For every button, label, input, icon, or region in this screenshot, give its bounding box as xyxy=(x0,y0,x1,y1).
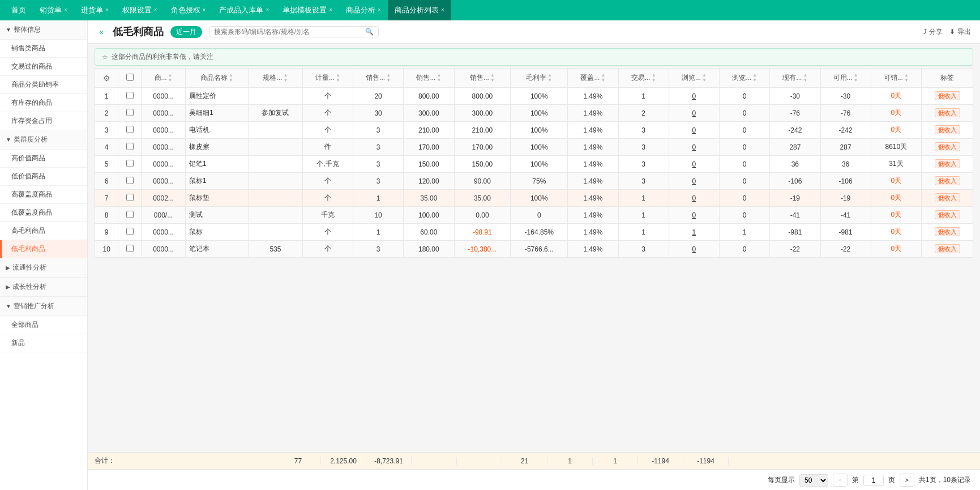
row-checkbox[interactable] xyxy=(118,139,142,156)
close-icon[interactable]: × xyxy=(64,0,67,20)
sort-icons[interactable]: ▲▼ xyxy=(386,73,391,83)
row-select-checkbox[interactable] xyxy=(126,126,134,133)
gear-icon[interactable]: ⚙ xyxy=(103,74,110,83)
row-checkbox[interactable] xyxy=(118,190,142,207)
nav-home[interactable]: 首页 xyxy=(5,0,33,20)
row-trade: 3 xyxy=(618,241,669,258)
sort-icons[interactable]: ▲▼ xyxy=(803,73,807,83)
nav-product-analysis-list[interactable]: 商品分析列表 × xyxy=(388,0,451,20)
export-button[interactable]: ⬇ 导出 xyxy=(949,27,971,37)
close-icon[interactable]: × xyxy=(105,0,109,20)
search-icon[interactable]: 🔍 xyxy=(365,28,374,36)
sidebar-group-cluster[interactable]: ▼ 类群度分析 xyxy=(0,130,87,150)
sidebar-item-traded-goods[interactable]: 交易过的商品 xyxy=(0,58,87,76)
row-checkbox[interactable] xyxy=(118,241,142,258)
sort-icons[interactable]: ▲▼ xyxy=(904,73,909,83)
sort-icons[interactable]: ▲▼ xyxy=(436,73,441,83)
select-all-checkbox[interactable] xyxy=(126,74,134,81)
row-cover-rate: 1.49% xyxy=(568,224,618,241)
sidebar-item-low-value[interactable]: 低价值商品 xyxy=(0,168,87,186)
row-select-checkbox[interactable] xyxy=(126,211,134,218)
sidebar-collapse-button[interactable]: « xyxy=(97,27,106,36)
row-browse1[interactable]: 0 xyxy=(669,190,719,207)
sort-icons[interactable]: ▲▼ xyxy=(752,73,757,83)
nav-template-settings[interactable]: 单据模板设置 × xyxy=(276,0,339,20)
nav-finished-goods[interactable]: 产成品入库单 × xyxy=(212,0,276,20)
sidebar-item-stocked-goods[interactable]: 有库存的商品 xyxy=(0,94,87,112)
sort-icons[interactable]: ▲▼ xyxy=(702,73,707,83)
share-button[interactable]: ⤴ 分享 xyxy=(923,27,943,37)
row-select-checkbox[interactable] xyxy=(126,245,134,252)
row-browse1[interactable]: 0 xyxy=(669,122,719,139)
close-icon[interactable]: × xyxy=(266,0,269,20)
sidebar-item-category-sales-rate[interactable]: 商品分类助销率 xyxy=(0,76,87,94)
sort-icons[interactable]: ▲▼ xyxy=(652,73,656,83)
sort-icons[interactable]: ▲▼ xyxy=(490,73,495,83)
per-page-select[interactable]: 50 100 200 xyxy=(799,474,828,487)
row-select-checkbox[interactable] xyxy=(126,109,134,116)
row-checkbox[interactable] xyxy=(118,156,142,173)
sidebar-item-sales-goods[interactable]: 销售类商品 xyxy=(0,40,87,58)
row-browse1[interactable]: 1 xyxy=(669,224,719,241)
row-browse1[interactable]: 0 xyxy=(669,173,719,190)
sort-icons[interactable]: ▲▼ xyxy=(854,73,858,83)
row-browse1[interactable]: 0 xyxy=(669,88,719,105)
row-sales-price: 800.00 xyxy=(404,88,454,105)
row-checkbox[interactable] xyxy=(118,207,142,224)
row-checkbox[interactable] xyxy=(118,122,142,139)
close-icon[interactable]: × xyxy=(441,0,444,20)
close-icon[interactable]: × xyxy=(203,0,206,20)
sidebar-group-growth[interactable]: ▶ 成长性分析 xyxy=(0,278,87,297)
sidebar-item-new-goods[interactable]: 新品 xyxy=(0,334,87,352)
sort-icons[interactable]: ▲▼ xyxy=(283,73,288,83)
sidebar-item-low-coverage[interactable]: 低覆盖度商品 xyxy=(0,204,87,222)
sort-icons[interactable]: ▲▼ xyxy=(547,73,552,83)
close-icon[interactable]: × xyxy=(378,0,381,20)
row-checkbox[interactable] xyxy=(118,224,142,241)
sort-icons[interactable]: ▲▼ xyxy=(168,73,173,83)
nav-product-analysis[interactable]: 商品分析 × xyxy=(339,0,388,20)
row-browse1[interactable]: 0 xyxy=(669,207,719,224)
row-sales-profit: -98.91 xyxy=(454,224,511,241)
sidebar-group-circulation[interactable]: ▶ 流通性分析 xyxy=(0,258,87,278)
row-checkbox[interactable] xyxy=(118,105,142,122)
sort-icons[interactable]: ▲▼ xyxy=(336,73,340,83)
row-checkbox[interactable] xyxy=(118,173,142,190)
page-number-input[interactable] xyxy=(863,475,884,486)
sidebar-item-high-coverage[interactable]: 高覆盖度商品 xyxy=(0,186,87,204)
period-button[interactable]: 近一月 xyxy=(170,26,202,38)
sidebar-item-high-margin[interactable]: 高毛利商品 xyxy=(0,222,87,240)
row-checkbox[interactable] xyxy=(118,88,142,105)
sidebar-group-overall[interactable]: ▼ 整体信息 xyxy=(0,20,87,40)
nav-role-auth[interactable]: 角色授权 × xyxy=(164,0,213,20)
sort-icons[interactable]: ▲▼ xyxy=(229,73,233,83)
nav-sales-order[interactable]: 销货单 × xyxy=(33,0,74,20)
row-browse1[interactable]: 0 xyxy=(669,105,719,122)
sidebar-group-marketing[interactable]: ▼ 营销推广分析 xyxy=(0,297,87,316)
row-browse1[interactable]: 0 xyxy=(669,241,719,258)
prev-page-button[interactable]: ＜ xyxy=(833,474,848,487)
row-select-checkbox[interactable] xyxy=(126,160,134,167)
sort-icons[interactable]: ▲▼ xyxy=(601,73,605,83)
row-trade: 3 xyxy=(618,173,669,190)
nav-permission-settings[interactable]: 权限设置 × xyxy=(115,0,164,20)
sidebar-item-high-value[interactable]: 高价值商品 xyxy=(0,150,87,168)
search-input[interactable] xyxy=(214,28,365,36)
row-select-checkbox[interactable] xyxy=(126,194,134,201)
col-gear[interactable]: ⚙ xyxy=(95,69,118,88)
row-select-checkbox[interactable] xyxy=(126,177,134,184)
close-icon[interactable]: × xyxy=(329,0,332,20)
col-checkbox-header[interactable] xyxy=(118,69,142,88)
next-page-button[interactable]: ＞ xyxy=(900,474,914,487)
row-select-checkbox[interactable] xyxy=(126,92,134,99)
sidebar-item-all-goods[interactable]: 全部商品 xyxy=(0,316,87,334)
row-browse1[interactable]: 0 xyxy=(669,139,719,156)
sidebar-item-stock-capital[interactable]: 库存资金占用 xyxy=(0,112,87,130)
close-icon[interactable]: × xyxy=(154,0,157,20)
row-select-checkbox[interactable] xyxy=(126,228,134,235)
row-select-checkbox[interactable] xyxy=(126,143,134,150)
sidebar-item-low-margin[interactable]: 低毛利商品 xyxy=(0,240,87,258)
row-browse1[interactable]: 0 xyxy=(669,156,719,173)
nav-purchase-order[interactable]: 进货单 × xyxy=(74,0,115,20)
col-cover-rate-header: 覆盖...▲▼ xyxy=(568,69,618,88)
